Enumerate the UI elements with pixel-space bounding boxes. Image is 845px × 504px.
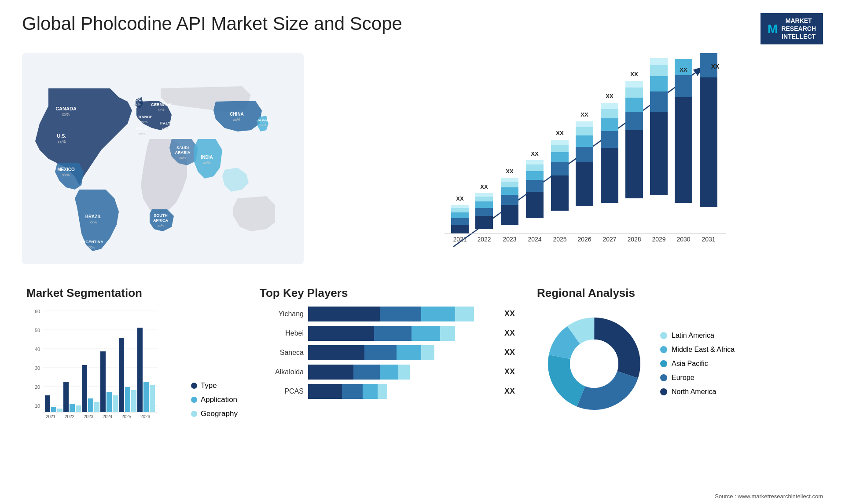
bar-seg2 (374, 326, 412, 341)
label-mea: Middle East & Africa (672, 346, 735, 354)
seg-chart: 60 50 40 30 20 10 (26, 307, 182, 423)
bar-seg2 (364, 345, 397, 360)
svg-text:30: 30 (35, 365, 40, 371)
legend-latin-america: Latin America (660, 332, 735, 340)
dot-latin-america (660, 332, 667, 339)
seg-legend: Type Application Geography (191, 381, 238, 423)
bar-2022-seg1 (475, 216, 493, 229)
bar-label-2027: XX (606, 93, 614, 99)
player-bar-yichang (308, 307, 496, 321)
bar-2022-seg2 (475, 208, 493, 216)
bar-2030-seg1 (675, 97, 692, 203)
bar-label-2026: XX (580, 111, 588, 118)
svg-point-47 (570, 340, 618, 388)
svg-text:2023: 2023 (84, 414, 94, 419)
bar-2025-seg4 (551, 145, 569, 152)
bar-2028-seg2 (625, 112, 643, 130)
bar-2028-seg4 (625, 88, 643, 98)
label-north-america: North America (672, 388, 716, 396)
chart-section: XX XX XX XX (312, 53, 823, 273)
player-name-pcas: PCAS (260, 387, 304, 395)
players-bars: Yichang XX Hebei (260, 307, 515, 399)
svg-rect-31 (131, 390, 136, 412)
label-us-val: xx% (58, 139, 66, 144)
svg-rect-18 (51, 407, 56, 412)
label-saudi-val: xx% (179, 156, 186, 160)
bar-2026-seg4 (576, 127, 593, 135)
legend-label-app: Application (201, 395, 237, 404)
legend-dot-type (191, 383, 197, 389)
bar-label-2028: XX (630, 71, 638, 77)
bar-label-2025: XX (556, 130, 564, 136)
label-italy: ITALY (160, 121, 171, 125)
player-xx-alkaloida: XX (504, 367, 515, 376)
bar-2027-seg2 (601, 131, 618, 148)
legend-dot-app (191, 397, 197, 403)
label-brazil: BRAZIL (85, 214, 102, 219)
year-2028: 2028 (627, 236, 641, 243)
label-europe: Europe (672, 374, 694, 382)
year-2027: 2027 (603, 236, 616, 243)
label-china: CHINA (230, 112, 244, 117)
label-southafrica2: AFRICA (153, 218, 168, 223)
bar-label-2022: XX (480, 183, 488, 190)
player-row-alkaloida: Alkaloida XX (260, 365, 515, 380)
label-germany-val: xx% (158, 108, 164, 112)
year-2023: 2023 (503, 236, 516, 243)
bar-2031-seg1 (700, 77, 717, 207)
bar-2022-seg4 (475, 197, 493, 201)
regional-section: Regional Analysis (533, 282, 823, 487)
bar-chart-svg: XX XX XX XX (312, 53, 823, 264)
svg-text:50: 50 (35, 328, 40, 333)
svg-rect-24 (88, 398, 93, 412)
bar-2027-seg1 (601, 148, 618, 203)
bar-seg1 (308, 307, 380, 321)
player-name-hebei: Hebei (260, 329, 304, 337)
svg-rect-33 (143, 382, 149, 412)
label-spain: SPAIN (136, 127, 148, 131)
bar-seg3 (363, 384, 378, 399)
legend-europe: Europe (660, 374, 735, 382)
bar-seg4 (421, 345, 434, 360)
label-asia-pacific: Asia Pacific (672, 360, 708, 368)
label-uk: U.K. (133, 97, 141, 102)
bar-seg2 (380, 307, 421, 321)
label-southafrica: SOUTH (154, 213, 168, 218)
legend-label-geo: Geography (201, 409, 238, 418)
svg-text:2021: 2021 (46, 414, 56, 419)
world-map-svg: CANADA xx% U.S. xx% MEXICO xx% BRAZIL xx… (22, 53, 304, 264)
bar-2025-seg1 (551, 175, 569, 211)
player-xx-pcas: XX (504, 387, 515, 396)
year-2029: 2029 (652, 236, 665, 243)
logo-line2: RESEARCH (781, 25, 816, 33)
player-name-yichang: Yichang (260, 310, 304, 318)
bar-label-2021: XX (456, 195, 464, 202)
bar-2025-seg5 (551, 140, 569, 145)
label-canada: CANADA (55, 106, 77, 111)
player-row-saneca: Saneca XX (260, 345, 515, 360)
bar-2029-seg1 (650, 112, 668, 195)
bar-seg1 (308, 345, 364, 360)
bar-label-2024: XX (531, 150, 539, 157)
year-2031: 2031 (702, 236, 715, 243)
svg-rect-17 (45, 395, 50, 412)
player-bar-saneca (308, 345, 496, 360)
label-mexico-val: xx% (62, 173, 70, 177)
label-latin-america: Latin America (672, 332, 714, 340)
bar-2021-seg3 (451, 212, 469, 218)
bar-2024-seg4 (526, 164, 544, 171)
label-france: FRANCE (136, 115, 153, 119)
players-section: Top Key Players Yichang XX (255, 282, 519, 487)
dot-mea (660, 346, 667, 353)
player-xx-saneca: XX (504, 348, 515, 357)
svg-rect-30 (125, 387, 130, 412)
player-name-saneca: Saneca (260, 349, 304, 357)
year-2026: 2026 (577, 236, 591, 243)
year-2030: 2030 (676, 236, 690, 243)
label-saudi: SAUDI (176, 146, 189, 150)
label-mexico: MEXICO (57, 167, 75, 172)
bar-2023-seg1 (501, 205, 518, 225)
bar-seg4 (398, 365, 410, 380)
player-row-pcas: PCAS XX (260, 384, 515, 399)
bar-2025-seg3 (551, 152, 569, 162)
